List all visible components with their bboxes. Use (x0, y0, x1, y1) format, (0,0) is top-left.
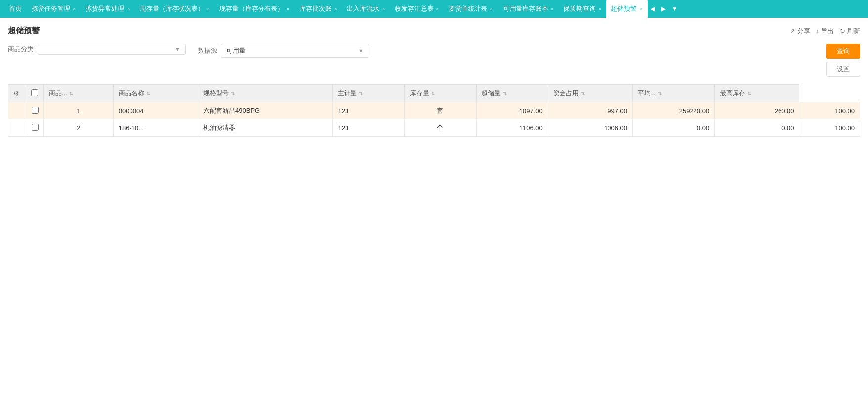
td-gear-1 (8, 102, 26, 119)
close-stock-status[interactable]: × (207, 6, 210, 12)
close-inout[interactable]: × (382, 6, 385, 12)
nav-summary[interactable]: 收发存汇总表 × (390, 0, 444, 18)
td-unit-2: 个 (404, 119, 476, 137)
sort-stock-icon: ⇅ (431, 91, 435, 96)
row-checkbox-2[interactable] (32, 124, 39, 131)
td-avg-2: 0.00 (715, 119, 799, 137)
close-exception[interactable]: × (127, 6, 130, 12)
close-batch[interactable]: × (334, 6, 337, 12)
datasource-chevron: ▼ (358, 48, 364, 54)
sort-over-icon: ⇅ (503, 91, 507, 96)
page-wrapper: 超储预警 ↗ 分享 ↓ 导出 ↻ 刷新 商品分类 ▼ 数据源 (0, 18, 868, 395)
td-capital-2: 0.00 (633, 119, 715, 137)
data-table: ⚙ 商品...⇅ 商品名称⇅ 规格型号⇅ 主计量⇅ 库存量⇅ 超储量⇅ 资金占用… (8, 84, 860, 137)
share-icon: ↗ (790, 27, 795, 35)
datasource-select[interactable]: 可用量 ▼ (221, 44, 369, 58)
nav-arrow-left[interactable]: ◀ (648, 0, 658, 18)
td-name-1: 六配套新昌490BPG (198, 102, 333, 119)
close-overstock[interactable]: × (639, 6, 642, 12)
table-row: 1 0000004 六配套新昌490BPG 123 套 1097.00 997.… (8, 102, 860, 119)
datasource-label: 数据源 (198, 46, 217, 55)
td-over-1: 997.00 (548, 102, 632, 119)
nav-overstock[interactable]: 超储预警 × (606, 0, 647, 18)
sort-code-icon: ⇅ (69, 91, 73, 96)
sort-name-icon: ⇅ (146, 91, 150, 96)
nav-exception[interactable]: 拣货异常处理 × (81, 0, 134, 18)
td-rownum-1: 1 (44, 102, 114, 119)
nav-expiry[interactable]: 保质期查询 × (559, 0, 606, 18)
close-order[interactable]: × (490, 6, 493, 12)
sort-capital-icon: ⇅ (581, 91, 585, 96)
td-code-1: 0000004 (113, 102, 198, 119)
td-stock-2: 1106.00 (476, 119, 548, 137)
td-code-2: 186-10... (113, 119, 198, 137)
nav-arrow-right[interactable]: ▶ (658, 0, 669, 18)
header-actions: ↗ 分享 ↓ 导出 ↻ 刷新 (790, 27, 861, 36)
sort-maxstock-icon: ⇅ (747, 91, 751, 96)
td-spec-2: 123 (333, 119, 404, 137)
th-maxstock[interactable]: 最高库存⇅ (715, 85, 799, 102)
th-name[interactable]: 商品名称⇅ (113, 85, 198, 102)
td-unit-1: 套 (404, 102, 476, 119)
page-header: 超储预警 ↗ 分享 ↓ 导出 ↻ 刷新 (8, 26, 860, 36)
td-maxstock-1: 100.00 (799, 102, 860, 119)
refresh-button[interactable]: ↻ 刷新 (840, 27, 860, 36)
nav-stock-dist[interactable]: 现存量（库存分布表）× (215, 0, 294, 18)
category-chevron: ▼ (175, 46, 180, 52)
nav-available-stock[interactable]: 可用量库存账本 × (498, 0, 559, 18)
td-avg-1: 260.00 (715, 102, 799, 119)
filter-datasource: 数据源 可用量 ▼ (198, 44, 369, 58)
select-all-checkbox[interactable] (31, 89, 38, 96)
td-check-2[interactable] (26, 119, 44, 137)
sort-unit-icon: ⇅ (359, 91, 363, 96)
nav-arrow-more[interactable]: ▼ (669, 0, 680, 18)
gear-icon: ⚙ (13, 90, 19, 97)
close-stock-dist[interactable]: × (286, 6, 289, 12)
td-spec-1: 123 (333, 102, 404, 119)
category-label: 商品分类 (8, 45, 34, 54)
refresh-icon: ↻ (840, 27, 845, 35)
nav-batch-account[interactable]: 库存批次账 × (295, 0, 342, 18)
share-button[interactable]: ↗ 分享 (790, 27, 810, 36)
settings-button[interactable]: 设置 (826, 62, 860, 77)
top-nav: 首页 拣货任务管理 × 拣货异常处理 × 现存量（库存状况表）× 现存量（库存分… (0, 0, 868, 18)
datasource-value: 可用量 (226, 46, 246, 55)
nav-home[interactable]: 首页 (4, 0, 27, 18)
filter-bar: 商品分类 ▼ 数据源 可用量 ▼ 查询 设置 (8, 44, 860, 77)
td-over-2: 1006.00 (548, 119, 632, 137)
nav-task-mgmt[interactable]: 拣货任务管理 × (27, 0, 81, 18)
th-over[interactable]: 超储量⇅ (476, 85, 548, 102)
close-available[interactable]: × (551, 6, 554, 12)
th-unit[interactable]: 主计量⇅ (333, 85, 404, 102)
close-expiry[interactable]: × (598, 6, 601, 12)
close-task-mgmt[interactable]: × (73, 6, 76, 12)
sort-spec-icon: ⇅ (231, 91, 235, 96)
td-check-1[interactable] (26, 102, 44, 119)
export-button[interactable]: ↓ 导出 (816, 27, 834, 36)
th-gear[interactable]: ⚙ (8, 85, 26, 102)
th-spec[interactable]: 规格型号⇅ (198, 85, 333, 102)
export-icon: ↓ (816, 27, 820, 35)
sort-avg-icon: ⇅ (658, 91, 662, 96)
th-code[interactable]: 商品...⇅ (44, 85, 114, 102)
th-stock[interactable]: 库存量⇅ (404, 85, 476, 102)
page-title: 超储预警 (8, 26, 40, 36)
td-name-2: 机油滤清器 (198, 119, 333, 137)
category-select[interactable]: ▼ (38, 44, 186, 55)
th-checkbox[interactable] (26, 85, 44, 102)
th-capital[interactable]: 资金占用⇅ (548, 85, 632, 102)
td-stock-1: 1097.00 (476, 102, 548, 119)
nav-stock-status[interactable]: 现存量（库存状况表）× (135, 0, 215, 18)
filter-category: 商品分类 ▼ (8, 44, 186, 55)
action-buttons: 查询 设置 (826, 44, 860, 77)
row-checkbox-1[interactable] (32, 107, 39, 114)
td-rownum-2: 2 (44, 119, 114, 137)
nav-order-stats[interactable]: 要货单统计表 × (444, 0, 498, 18)
nav-inout-flow[interactable]: 出入库流水 × (342, 0, 390, 18)
table-header-row: ⚙ 商品...⇅ 商品名称⇅ 规格型号⇅ 主计量⇅ 库存量⇅ 超储量⇅ 资金占用… (8, 85, 860, 102)
td-maxstock-2: 100.00 (799, 119, 860, 137)
td-gear-2 (8, 119, 26, 137)
close-summary[interactable]: × (436, 6, 439, 12)
th-avg[interactable]: 平均...⇅ (633, 85, 715, 102)
query-button[interactable]: 查询 (826, 44, 860, 59)
